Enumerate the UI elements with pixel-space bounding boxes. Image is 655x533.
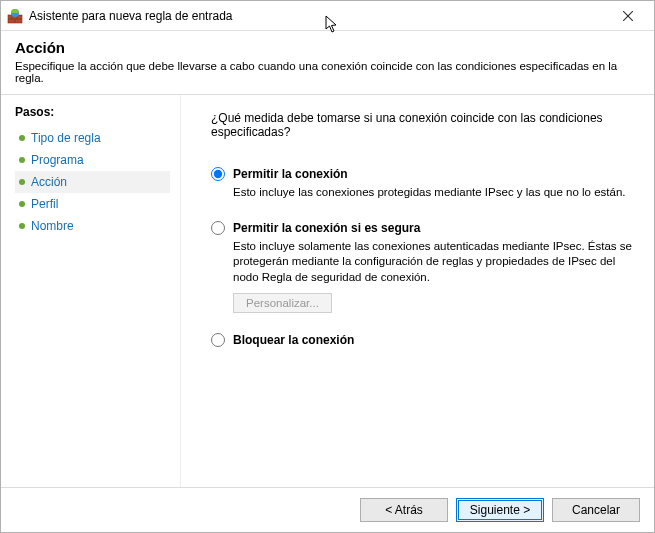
option-allow-secure: Permitir la conexión si es segura Esto i… xyxy=(211,221,634,314)
content-pane: ¿Qué medida debe tomarse si una conexión… xyxy=(181,95,654,487)
steps-sidebar: Pasos: Tipo de regla Programa Acción Per… xyxy=(1,95,181,487)
back-button[interactable]: < Atrás xyxy=(360,498,448,522)
step-label: Acción xyxy=(31,175,67,189)
step-bullet-icon xyxy=(19,223,25,229)
window-title: Asistente para nueva regla de entrada xyxy=(29,9,608,23)
titlebar: Asistente para nueva regla de entrada xyxy=(1,1,654,31)
step-bullet-icon xyxy=(19,135,25,141)
option-allow-secure-row[interactable]: Permitir la conexión si es segura xyxy=(211,221,634,235)
step-bullet-icon xyxy=(19,157,25,163)
radio-allow[interactable] xyxy=(211,167,225,181)
option-allow: Permitir la conexión Esto incluye las co… xyxy=(211,167,634,201)
page-title: Acción xyxy=(15,39,640,56)
option-block: Bloquear la conexión xyxy=(211,333,634,347)
page-subtitle: Especifique la acción que debe llevarse … xyxy=(15,60,640,84)
option-allow-secure-label: Permitir la conexión si es segura xyxy=(233,221,420,235)
step-accion[interactable]: Acción xyxy=(15,171,170,193)
step-nombre[interactable]: Nombre xyxy=(15,215,170,237)
option-allow-row[interactable]: Permitir la conexión xyxy=(211,167,634,181)
option-allow-desc: Esto incluye las conexiones protegidas m… xyxy=(233,185,634,201)
option-allow-label: Permitir la conexión xyxy=(233,167,348,181)
option-block-row[interactable]: Bloquear la conexión xyxy=(211,333,634,347)
steps-label: Pasos: xyxy=(15,105,170,119)
option-block-label: Bloquear la conexión xyxy=(233,333,354,347)
close-icon xyxy=(623,11,633,21)
step-label: Tipo de regla xyxy=(31,131,101,145)
radio-block[interactable] xyxy=(211,333,225,347)
wizard-header: Acción Especifique la acción que debe ll… xyxy=(1,31,654,95)
close-button[interactable] xyxy=(608,2,648,30)
step-label: Programa xyxy=(31,153,84,167)
firewall-icon xyxy=(7,8,23,24)
cancel-button[interactable]: Cancelar xyxy=(552,498,640,522)
step-programa[interactable]: Programa xyxy=(15,149,170,171)
option-allow-secure-desc: Esto incluye solamente las conexiones au… xyxy=(233,239,634,286)
step-bullet-icon xyxy=(19,179,25,185)
step-bullet-icon xyxy=(19,201,25,207)
wizard-body: Pasos: Tipo de regla Programa Acción Per… xyxy=(1,95,654,487)
customize-button: Personalizar... xyxy=(233,293,332,313)
step-label: Perfil xyxy=(31,197,58,211)
step-tipo-de-regla[interactable]: Tipo de regla xyxy=(15,127,170,149)
radio-allow-secure[interactable] xyxy=(211,221,225,235)
next-button[interactable]: Siguiente > xyxy=(456,498,544,522)
question-text: ¿Qué medida debe tomarse si una conexión… xyxy=(211,111,634,139)
step-label: Nombre xyxy=(31,219,74,233)
step-perfil[interactable]: Perfil xyxy=(15,193,170,215)
wizard-footer: < Atrás Siguiente > Cancelar xyxy=(1,487,654,532)
